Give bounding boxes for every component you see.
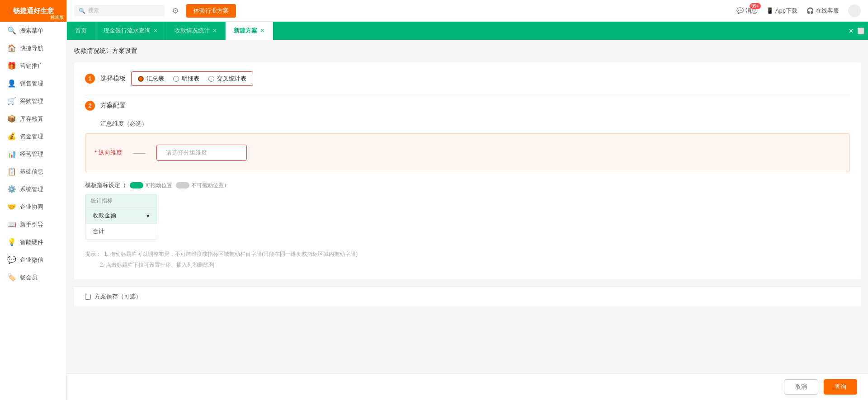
search-menu-icon: 🔍 [7, 26, 16, 35]
step2-section: 2 方案配置 [85, 101, 850, 111]
sidebar-logo: 畅捷通好生意 标准版 [0, 0, 66, 22]
sidebar-item-basic-info[interactable]: 📋 基础信息 [0, 163, 66, 180]
row-label: * 纵向维度 [94, 149, 122, 157]
sidebar-item-label: 系统管理 [20, 185, 43, 193]
radio-cross-label: 交叉统计表 [217, 75, 246, 83]
tab-close-icon[interactable]: ✕ [153, 28, 158, 34]
search-bar[interactable]: 🔍 搜索 [74, 5, 165, 16]
notification-btn[interactable]: 💬 消息 99+ [736, 7, 757, 15]
cooperation-icon: 🤝 [7, 202, 16, 211]
step1-label: 选择模板 [100, 75, 126, 83]
logo-badge: 标准版 [50, 14, 64, 21]
sidebar-item-label: 经营管理 [20, 150, 43, 158]
page-title: 收款情况统计方案设置 [74, 47, 861, 55]
metrics-row-total: 合计 [85, 224, 157, 239]
main-card: 1 选择模板 汇总表 明细表 交叉统计表 [74, 62, 861, 279]
radio-cross-input[interactable] [208, 76, 214, 82]
tab-home[interactable]: 首页 [67, 22, 95, 40]
close-window-icon[interactable]: ✕ [849, 28, 854, 34]
download-icon: 📱 [766, 7, 774, 14]
metrics-col-header: 收款金额 ▾ [85, 208, 157, 224]
purchase-icon: 🛒 [7, 97, 16, 105]
query-button[interactable]: 查询 [824, 379, 857, 395]
try-industry-button[interactable]: 体验行业方案 [186, 4, 236, 18]
sidebar-item-search-menu[interactable]: 🔍 搜索菜单 [0, 22, 66, 39]
sidebar-item-hardware[interactable]: 💡 智能硬件 [0, 233, 66, 251]
tip2: 2. 点击标题栏下拉可设置排序、插入列和删除列 [85, 259, 850, 270]
sidebar-item-system[interactable]: ⚙️ 系统管理 [0, 180, 66, 198]
main-area: 🔍 搜索 ⚙ 体验行业方案 💬 消息 99+ 📱 App下载 🎧 在线客服 首页 [67, 0, 868, 400]
sidebar-item-member[interactable]: 🏷️ 畅会员 [0, 268, 66, 286]
tab-cash-flow[interactable]: 现金银行流水查询 ✕ [95, 22, 166, 40]
radio-detail-input[interactable] [173, 76, 179, 82]
sidebar-item-inventory[interactable]: 📦 库存核算 [0, 110, 66, 127]
content-area: 收款情况统计方案设置 1 选择模板 汇总表 明细表 [67, 40, 868, 373]
tip2-text: 2. 点击标题栏下拉可设置排序、插入列和删除列 [100, 259, 214, 270]
sidebar-item-label: 库存核算 [20, 115, 43, 123]
service-btn[interactable]: 🎧 在线客服 [807, 7, 839, 15]
sidebar-item-funds[interactable]: 💰 资金管理 [0, 127, 66, 145]
sidebar-item-cooperation[interactable]: 🤝 企业协同 [0, 198, 66, 216]
sidebar-item-label: 营销推广 [20, 62, 43, 70]
stat-label: 统计指标 [85, 194, 157, 208]
radio-summary[interactable]: 汇总表 [138, 75, 164, 83]
sidebar-item-purchase[interactable]: 🛒 采购管理 [0, 92, 66, 110]
draggable-label: 可拖动位置 [145, 182, 172, 189]
marketing-icon: 🎁 [7, 61, 16, 70]
sidebar-item-label: 企业微信 [20, 256, 43, 264]
sidebar-item-label: 畅会员 [20, 273, 38, 282]
summary-dim-title: 汇总维度（必选） [100, 120, 850, 128]
dimension-select[interactable]: 请选择分组维度 [156, 145, 247, 161]
tab-new-plan[interactable]: 新建方案 ✕ [226, 22, 273, 40]
dimension-area: * 纵向维度 —— 请选择分组维度 [85, 133, 850, 172]
tip1: 提示： 1. 拖动标题栏可以调整布局，不可跨维度或指标区域拖动栏目字段(只能在同… [85, 249, 850, 259]
dimension-row: * 纵向维度 —— 请选择分组维度 [94, 145, 840, 161]
member-icon: 🏷️ [7, 273, 16, 282]
toggle-off-icon [176, 182, 189, 188]
sidebar-item-label: 销售管理 [20, 80, 43, 88]
step2-label: 方案配置 [100, 102, 126, 110]
sidebar-item-label: 资金管理 [20, 132, 43, 141]
tab-close-icon[interactable]: ✕ [260, 28, 264, 34]
search-icon: 🔍 [79, 8, 85, 14]
sidebar-item-operations[interactable]: 📊 经营管理 [0, 145, 66, 163]
sidebar-item-label: 智能硬件 [20, 238, 43, 246]
sidebar-item-wechat[interactable]: 💬 企业微信 [0, 251, 66, 268]
radio-summary-label: 汇总表 [146, 75, 164, 83]
tab-collection-stat[interactable]: 收款情况统计 ✕ [166, 22, 226, 40]
sidebar-item-label: 快捷导航 [20, 44, 43, 52]
template-radio-group: 汇总表 明细表 交叉统计表 [131, 71, 253, 86]
maximize-icon[interactable]: ⬜ [857, 28, 864, 34]
metrics-table: 统计指标 收款金额 ▾ 合计 [85, 194, 157, 240]
tab-label: 收款情况统计 [175, 27, 210, 35]
download-label: App下载 [775, 7, 797, 15]
app-download-btn[interactable]: 📱 App下载 [766, 7, 797, 15]
radio-cross[interactable]: 交叉统计表 [208, 75, 246, 83]
inventory-icon: 📦 [7, 114, 16, 123]
sidebar: 畅捷通好生意 标准版 🔍 搜索菜单 🏠 快捷导航 🎁 营销推广 👤 销售管理 🛒… [0, 0, 67, 400]
save-checkbox[interactable] [85, 294, 91, 300]
tab-close-icon[interactable]: ✕ [212, 28, 217, 34]
radio-detail[interactable]: 明细表 [173, 75, 199, 83]
basic-info-icon: 📋 [7, 167, 16, 176]
hardware-icon: 💡 [7, 238, 16, 246]
sidebar-item-label: 新手引导 [20, 221, 43, 229]
top-header: 🔍 搜索 ⚙ 体验行业方案 💬 消息 99+ 📱 App下载 🎧 在线客服 [67, 0, 868, 22]
gear-icon[interactable]: ⚙ [172, 6, 179, 16]
step2-badge: 2 [85, 101, 95, 111]
wechat-icon: 💬 [7, 255, 16, 264]
sidebar-item-marketing[interactable]: 🎁 营销推广 [0, 57, 66, 75]
save-checkbox-label[interactable]: 方案保存（可选） [94, 292, 142, 301]
radio-summary-input[interactable] [138, 76, 144, 82]
dropdown-icon[interactable]: ▾ [146, 212, 150, 219]
metrics-col-header-text: 收款金额 [93, 212, 116, 220]
sidebar-item-label: 采购管理 [20, 97, 43, 105]
bottom-bar: 方案保存（可选） [74, 287, 861, 306]
sidebar-item-sales[interactable]: 👤 销售管理 [0, 75, 66, 92]
sidebar-item-guide[interactable]: 📖 新手引导 [0, 216, 66, 233]
not-draggable-label: 不可拖动位置） [191, 182, 229, 189]
sidebar-item-quick-nav[interactable]: 🏠 快捷导航 [0, 39, 66, 57]
arrow-icon: —— [133, 149, 146, 156]
step1-badge: 1 [85, 74, 95, 84]
cancel-button[interactable]: 取消 [784, 379, 818, 395]
